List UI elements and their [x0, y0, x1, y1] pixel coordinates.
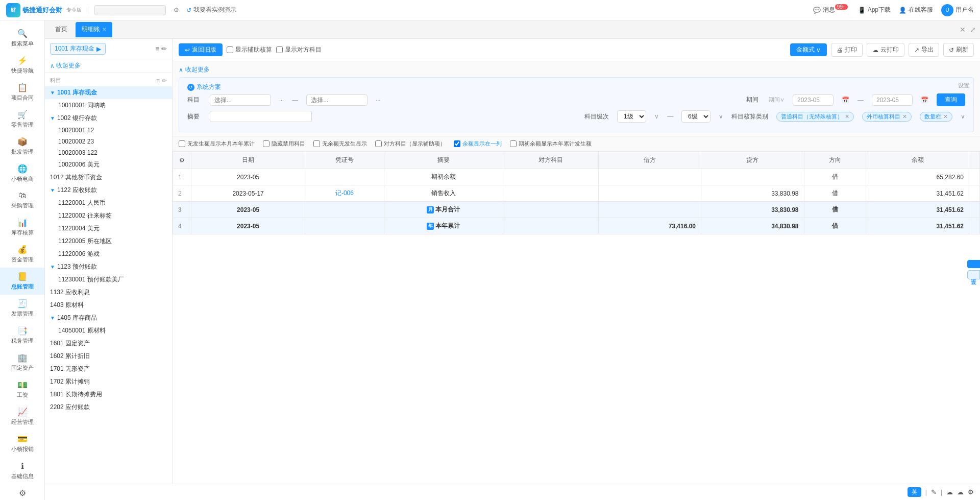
tree-item-1701[interactable]: 1701 无形资产 — [45, 363, 172, 375]
tree-item-1403[interactable]: 1403 原材料 — [45, 299, 172, 312]
tree-item-1601[interactable]: 1601 固定资产 — [45, 337, 172, 350]
tree-item-10020002[interactable]: 10020002 23 — [53, 136, 172, 147]
tree-item-14050001[interactable]: 14050001 原材料 — [53, 324, 172, 337]
query-btn[interactable]: 查询 — [937, 93, 965, 106]
tree-icon-edit[interactable]: ✏ — [162, 77, 167, 84]
checkbox-no-amount[interactable]: 无发生额显示本月本年累计 — [179, 140, 255, 148]
tree-item-1122[interactable]: ▼ 1122 应收账款 — [45, 184, 172, 197]
sidebar-item-management[interactable]: 📈 经营管理 — [0, 403, 44, 430]
tree-item-1801[interactable]: 1801 长期待摊费用 — [45, 388, 172, 401]
tree-item-11220002[interactable]: 11220002 往来标签 — [53, 209, 172, 222]
message-action[interactable]: 💬 消息 99+ — [813, 6, 850, 14]
sidebar-item-tax[interactable]: 📑 税务管理 — [0, 322, 44, 349]
refresh-btn[interactable]: ↺ 刷新 — [943, 43, 974, 57]
calc-type-tag-3[interactable]: 数量栏 ✕ — [920, 112, 952, 122]
sidebar-item-nav[interactable]: ⚡ 快捷导航 — [0, 52, 44, 79]
tree-collapse-btn[interactable]: ∧ 收起更多 — [50, 61, 81, 70]
tab-home[interactable]: 首页 — [49, 22, 74, 37]
tag-close-2[interactable]: ✕ — [902, 113, 907, 120]
subject-filter-input-2[interactable] — [306, 94, 368, 106]
checkbox-no-balance[interactable]: 无余额无发生显示 — [313, 140, 367, 148]
amount-mode-btn[interactable]: 金额式 ∨ — [790, 43, 827, 56]
topbar-search-input[interactable] — [94, 5, 166, 15]
tag-close-1[interactable]: ✕ — [845, 113, 849, 120]
subject-level-start-select[interactable]: 1级 2级 3级 — [617, 110, 646, 123]
sidebar-item-basic[interactable]: ℹ 基础信息 — [0, 457, 44, 484]
filter-settings-btn[interactable]: 设置 — [958, 82, 969, 89]
tree-item-1012[interactable]: 1012 其他货币资金 — [45, 171, 172, 184]
tab-ledger[interactable]: 明细账 ✕ — [76, 22, 112, 37]
sidebar-item-invoice[interactable]: 🧾 发票管理 — [0, 295, 44, 322]
tree-item-10020006[interactable]: 10020006 美元 — [53, 158, 172, 171]
lang-button[interactable]: 英 — [908, 487, 921, 497]
sidebar-item-retail[interactable]: 🛒 零售管理 — [0, 106, 44, 133]
sidebar-item-project[interactable]: 📋 项目合同 — [0, 79, 44, 106]
settings-bottom-icon[interactable]: ⚙ — [968, 488, 974, 496]
show-opposite-checkbox[interactable]: 显示对方科目 — [276, 45, 322, 54]
tree-item-10020001[interactable]: 10020001 12 — [53, 125, 172, 136]
summary-filter-input[interactable] — [210, 111, 312, 122]
sidebar-item-system[interactable]: ⚙ 系统管理 — [0, 484, 44, 500]
system-scheme[interactable]: ↺ 系统方案 — [187, 83, 221, 91]
tree-item-11220001[interactable]: 11220001 人民币 — [53, 197, 172, 209]
print-btn[interactable]: 🖨 打印 — [831, 43, 863, 57]
app-download-action[interactable]: 📱 App下载 — [858, 6, 891, 14]
tree-item-1132[interactable]: 1132 应收利息 — [45, 286, 172, 299]
tree-item-1002[interactable]: ▼ 1002 银行存款 — [45, 112, 172, 125]
export-btn[interactable]: ↗ 导出 — [909, 43, 939, 57]
query-side-tab[interactable]: 查询 — [967, 260, 980, 268]
subject-level-end-select[interactable]: 6级 5级 4级 — [681, 110, 710, 123]
calc-type-tag-1[interactable]: 普通科目（无特殊核算） ✕ — [776, 112, 854, 122]
tree-item-1702[interactable]: 1702 累计摊销 — [45, 375, 172, 388]
tree-item-1602[interactable]: 1602 累计折旧 — [45, 350, 172, 363]
sidebar-item-assets[interactable]: 🏢 固定资产 — [0, 349, 44, 376]
tree-item-11220006[interactable]: 11220006 游戏 — [53, 248, 172, 260]
tree-item-2202[interactable]: 2202 应付账款 — [45, 401, 172, 414]
edit-icon[interactable]: ✎ — [931, 488, 937, 496]
voucher-link-2[interactable]: 记-006 — [335, 189, 354, 197]
sidebar-item-salary[interactable]: 💵 工资 — [0, 376, 44, 403]
period-calendar-2[interactable]: 📅 — [921, 97, 928, 104]
period-start-input[interactable] — [793, 94, 834, 106]
sidebar-item-wholesale[interactable]: 📦 批发管理 — [0, 133, 44, 160]
sidebar-item-ledger[interactable]: 📒 总账管理 — [0, 268, 44, 295]
calc-type-tag-2[interactable]: 外币核算科目 ✕ — [862, 112, 912, 122]
user-area[interactable]: U 用户名 — [941, 4, 974, 16]
tab-close-icon[interactable]: ✕ — [102, 27, 106, 32]
sidebar-item-finance[interactable]: 💰 资金管理 — [0, 241, 44, 268]
sidebar-item-expense[interactable]: 💳 小畅报销 — [0, 430, 44, 457]
tree-item-1405[interactable]: ▼ 1405 库存商品 — [45, 312, 172, 324]
filter-collapse-btn[interactable]: ∧ 收起更多 — [179, 65, 210, 74]
settings-icon[interactable]: ⚙ — [170, 4, 182, 16]
period-end-input[interactable] — [872, 94, 913, 106]
tab-expand-icon[interactable]: ⤢ — [970, 26, 976, 34]
show-aux-calc-checkbox[interactable]: 显示辅助核算 — [227, 45, 272, 54]
checkbox-opening[interactable]: 期初余额显示本年累计发生额 — [510, 140, 592, 148]
checkbox-balance-col[interactable]: 余额显示在一列 — [454, 140, 502, 148]
tag-close-3[interactable]: ✕ — [943, 113, 948, 120]
tree-item-11230001[interactable]: 11230001 预付账款美厂 — [53, 273, 172, 286]
checkbox-opposite[interactable]: 对方科目（显示辅助项） — [375, 140, 446, 148]
sidebar-item-ecommerce[interactable]: 🌐 小畅电商 — [0, 160, 44, 187]
cloud-print-btn[interactable]: ☁ 云打印 — [867, 43, 904, 57]
settings-side-tab[interactable]: 设置 — [967, 270, 980, 279]
tree-item-10020003[interactable]: 10020003 122 — [53, 147, 172, 158]
calc-type-arrow[interactable]: ∨ — [961, 113, 965, 120]
sidebar-item-search[interactable]: 🔍 搜索菜单 — [0, 25, 44, 52]
online-service-action[interactable]: 👤 在线客服 — [899, 6, 933, 14]
demo-link[interactable]: ↺ 我要看实例演示 — [186, 6, 236, 14]
sidebar-item-inventory[interactable]: 📊 库存核算 — [0, 213, 44, 241]
tree-list-icon[interactable]: ≡ — [155, 45, 159, 53]
tree-edit-icon[interactable]: ✏ — [161, 45, 167, 53]
col-settings[interactable]: ⚙ — [173, 152, 191, 169]
sidebar-item-purchase[interactable]: 🛍 采购管理 — [0, 187, 44, 213]
tree-item-10010001[interactable]: 10010001 同呐呐 — [53, 99, 172, 112]
tree-item-1123[interactable]: ▼ 1123 预付账款 — [45, 260, 172, 273]
tree-item-1001[interactable]: ▼ 1001 库存现金 — [45, 86, 172, 99]
cloud-icon[interactable]: ☁ — [946, 488, 953, 496]
subject-filter-input[interactable] — [210, 94, 271, 106]
cloud-icon-2[interactable]: ☁ — [957, 488, 964, 496]
tree-item-11220004[interactable]: 11220004 美元 — [53, 222, 172, 235]
tree-icon-list[interactable]: ≡ — [156, 77, 160, 84]
tree-item-11220005[interactable]: 11220005 所在地区 — [53, 235, 172, 248]
